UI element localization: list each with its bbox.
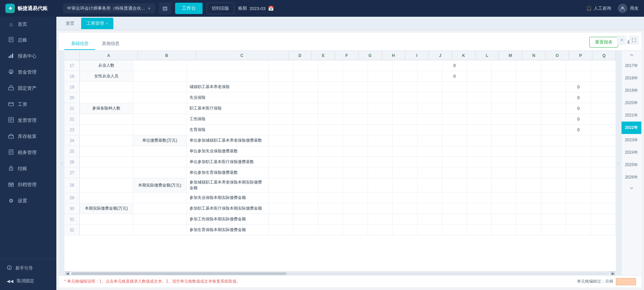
year-item-2022[interactable]: 2022年 xyxy=(622,122,641,134)
cell-22-h[interactable] xyxy=(368,114,393,124)
cell-32-m[interactable] xyxy=(492,225,517,235)
cell-31-f[interactable] xyxy=(318,214,343,224)
cell-21-n[interactable] xyxy=(517,103,541,114)
cell-25-d[interactable] xyxy=(269,146,293,156)
cell-31-h[interactable] xyxy=(368,214,393,224)
cell-17-n[interactable] xyxy=(517,60,541,71)
cell-24-o[interactable] xyxy=(541,135,566,146)
cell-26-p[interactable] xyxy=(566,157,591,167)
cell-26-h[interactable] xyxy=(368,157,393,167)
cell-18-l[interactable] xyxy=(467,71,492,81)
cell-19-f[interactable] xyxy=(318,82,343,92)
cell-32-q[interactable] xyxy=(591,225,616,235)
cell-32-j[interactable] xyxy=(418,225,442,235)
cell-27-l[interactable] xyxy=(467,167,492,178)
cell-29-l[interactable] xyxy=(467,193,492,203)
cell-27-g[interactable] xyxy=(343,167,368,178)
cell-30-n[interactable] xyxy=(517,203,541,214)
year-item-2021[interactable]: 2021年 xyxy=(622,109,641,122)
cell-20-i[interactable] xyxy=(393,92,418,103)
cell-18-n[interactable] xyxy=(517,71,541,81)
cell-20-b[interactable] xyxy=(133,92,186,103)
cell-17-i[interactable] xyxy=(393,60,418,71)
cell-32-n[interactable] xyxy=(517,225,541,235)
cell-21-k[interactable] xyxy=(442,103,467,114)
year-item-2025[interactable]: 2025年 xyxy=(622,159,641,171)
year-item-2018[interactable]: 2018年 xyxy=(622,72,641,84)
scroll-left-arrow[interactable]: ◀ xyxy=(65,271,70,276)
cell-23-e[interactable] xyxy=(293,125,318,135)
cell-23-i[interactable] xyxy=(393,125,418,135)
year-item-2024[interactable]: 2024年 xyxy=(622,146,641,159)
cell-31-o[interactable] xyxy=(541,214,566,224)
cell-19-o[interactable] xyxy=(541,82,566,92)
cell-30-d[interactable] xyxy=(269,203,293,214)
cell-23-c[interactable]: 生育保险 xyxy=(187,125,269,135)
cell-27-f[interactable] xyxy=(318,167,343,178)
sub-tab-other[interactable]: 其他信息 xyxy=(95,38,126,50)
cell-23-h[interactable] xyxy=(368,125,393,135)
cell-28-c[interactable]: 参加城镇职工基本养老保险本期实际缴费金额 xyxy=(187,178,269,192)
cell-22-n[interactable] xyxy=(517,114,541,124)
cell-26-n[interactable] xyxy=(517,157,541,167)
cell-22-k[interactable] xyxy=(442,114,467,124)
cell-26-i[interactable] xyxy=(393,157,418,167)
cell-17-f[interactable] xyxy=(318,60,343,71)
cell-30-c[interactable]: 参加职工基本医疗保险本期实际缴费金额 xyxy=(187,203,269,214)
cell-25-f[interactable] xyxy=(318,146,343,156)
sidebar-item-assets[interactable]: 固定资产 xyxy=(0,80,56,96)
cell-21-l[interactable] xyxy=(467,103,492,114)
cell-26-a[interactable] xyxy=(80,157,133,167)
cell-21-q[interactable] xyxy=(591,103,616,114)
cell-31-m[interactable] xyxy=(492,214,517,224)
cell-29-c[interactable]: 参加失业保险本期实际缴费金额 xyxy=(187,193,269,203)
cell-26-b[interactable] xyxy=(133,157,186,167)
tab-business[interactable]: 工商管理 × xyxy=(81,18,113,29)
cell-23-n[interactable] xyxy=(517,125,541,135)
cell-22-j[interactable] xyxy=(418,114,442,124)
cell-31-l[interactable] xyxy=(467,214,492,224)
cell-20-e[interactable] xyxy=(293,92,318,103)
cell-18-q[interactable] xyxy=(591,71,616,81)
cell-29-e[interactable] xyxy=(293,193,318,203)
cell-30-p[interactable] xyxy=(566,203,591,214)
cell-17-b[interactable] xyxy=(133,60,186,71)
cell-25-k[interactable] xyxy=(442,146,467,156)
year-item-2019[interactable]: 2019年 xyxy=(622,84,641,97)
cell-20-k[interactable] xyxy=(442,92,467,103)
grid-body[interactable]: 17 从业人数 0 xyxy=(64,60,616,271)
sidebar-item-invoice[interactable]: 发票管理 xyxy=(0,113,56,129)
cell-26-e[interactable] xyxy=(293,157,318,167)
cell-27-c[interactable]: 单位参加生育保险缴费基数 xyxy=(187,167,269,178)
cell-23-m[interactable] xyxy=(492,125,517,135)
cell-29-o[interactable] xyxy=(541,193,566,203)
cell-19-g[interactable] xyxy=(343,82,368,92)
cell-28-k[interactable] xyxy=(442,178,467,192)
cell-29-d[interactable] xyxy=(269,193,293,203)
cell-24-a[interactable] xyxy=(80,135,133,146)
cell-20-g[interactable] xyxy=(343,92,368,103)
cell-31-k[interactable] xyxy=(442,214,467,224)
cell-29-m[interactable] xyxy=(492,193,517,203)
cell-29-i[interactable] xyxy=(393,193,418,203)
sidebar-item-finance[interactable]: 资金管理 xyxy=(0,64,56,80)
cell-26-m[interactable] xyxy=(492,157,517,167)
sidebar-item-archivemgmt[interactable]: 归档管理 xyxy=(0,177,56,193)
cell-28-e[interactable] xyxy=(293,178,318,192)
sidebar-item-guide[interactable]: 新手引导 xyxy=(0,262,56,275)
h-scroll-bar[interactable]: ◀ ▶ xyxy=(64,271,616,275)
cell-31-c[interactable]: 参加工伤保险本期实际缴费金额 xyxy=(187,214,269,224)
archive-button[interactable] xyxy=(159,2,171,14)
cell-18-d[interactable] xyxy=(269,71,293,81)
tab-home[interactable]: 首页 xyxy=(60,18,80,29)
cell-32-h[interactable] xyxy=(368,225,393,235)
cell-19-k[interactable] xyxy=(442,82,467,92)
workbench-button[interactable]: 工作台 xyxy=(175,3,203,14)
cell-29-g[interactable] xyxy=(343,193,368,203)
cell-25-n[interactable] xyxy=(517,146,541,156)
cell-26-d[interactable] xyxy=(269,157,293,167)
cell-30-o[interactable] xyxy=(541,203,566,214)
cell-19-a[interactable] xyxy=(80,82,133,92)
cell-18-b[interactable] xyxy=(133,71,186,81)
cell-26-f[interactable] xyxy=(318,157,343,167)
